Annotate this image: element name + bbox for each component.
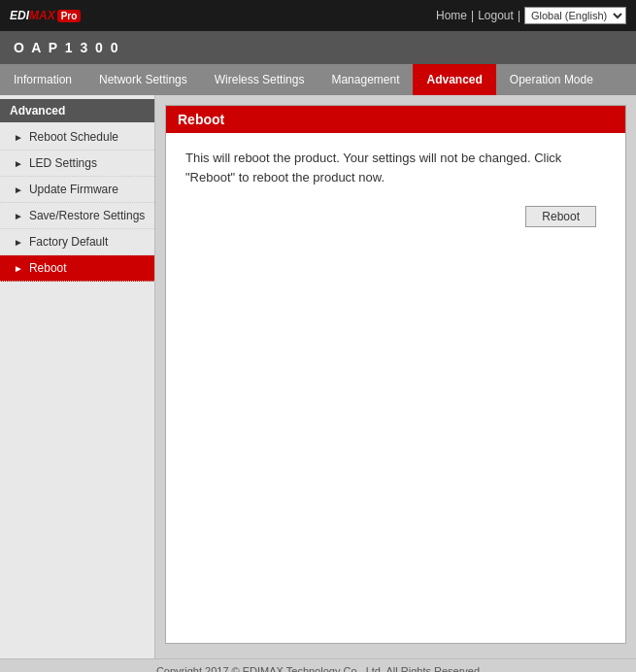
device-bar: O A P 1 3 0 0	[0, 31, 636, 64]
sidebar-item-factory-default[interactable]: ► Factory Default	[0, 229, 154, 255]
sidebar-label-led-settings: LED Settings	[29, 156, 97, 170]
content-panel: Reboot This will reboot the product. You…	[165, 105, 626, 644]
panel-body: This will reboot the product. Your setti…	[166, 133, 625, 243]
arrow-icon: ►	[14, 263, 23, 274]
reboot-message: This will reboot the product. Your setti…	[185, 149, 606, 186]
separator1: |	[471, 9, 474, 22]
nav-wireless-settings[interactable]: Wireless Settings	[201, 64, 318, 95]
content-area: Reboot This will reboot the product. You…	[155, 95, 636, 658]
sidebar-label-reboot: Reboot	[29, 261, 67, 275]
separator2: |	[518, 9, 520, 22]
top-bar: EDIMAXPro Home | Logout | Global (Englis…	[0, 0, 636, 31]
sidebar-item-reboot-schedule[interactable]: ► Reboot Schedule	[0, 124, 154, 151]
device-label: O A P 1 3 0 0	[14, 40, 120, 55]
sidebar-label-save-restore: Save/Restore Settings	[29, 209, 145, 222]
arrow-icon: ►	[14, 211, 23, 221]
arrow-icon: ►	[14, 132, 23, 143]
nav-information[interactable]: Information	[0, 64, 85, 95]
logo-edi: EDI	[10, 9, 29, 22]
nav-bar: Information Network Settings Wireless Se…	[0, 64, 636, 95]
sidebar-item-led-settings[interactable]: ► LED Settings	[0, 151, 154, 177]
arrow-icon: ►	[14, 185, 23, 195]
nav-management[interactable]: Management	[318, 64, 413, 95]
logo-pro: Pro	[57, 10, 82, 22]
arrow-icon: ►	[14, 158, 23, 169]
arrow-icon: ►	[14, 237, 23, 248]
sidebar-label-factory-default: Factory Default	[29, 235, 108, 249]
panel-header: Reboot	[166, 106, 625, 133]
sidebar: Advanced ► Reboot Schedule ► LED Setting…	[0, 95, 155, 658]
sidebar-item-reboot[interactable]: ► Reboot	[0, 255, 154, 282]
sidebar-label-reboot-schedule: Reboot Schedule	[29, 130, 118, 144]
sidebar-label-update-firmware: Update Firmware	[29, 183, 118, 196]
logout-link[interactable]: Logout	[478, 9, 514, 22]
sidebar-section-title: Advanced	[0, 99, 154, 122]
sidebar-item-update-firmware[interactable]: ► Update Firmware	[0, 177, 154, 203]
home-link[interactable]: Home	[436, 9, 467, 22]
top-links: Home | Logout | Global (English)	[436, 7, 626, 24]
reboot-button[interactable]: Reboot	[525, 206, 596, 227]
sidebar-item-save-restore[interactable]: ► Save/Restore Settings	[0, 203, 154, 229]
language-select[interactable]: Global (English)	[524, 7, 626, 24]
main-layout: Advanced ► Reboot Schedule ► LED Setting…	[0, 95, 636, 658]
nav-operation-mode[interactable]: Operation Mode	[496, 64, 607, 95]
reboot-button-row: Reboot	[185, 206, 606, 227]
logo: EDIMAXPro	[10, 9, 81, 22]
nav-network-settings[interactable]: Network Settings	[85, 64, 201, 95]
footer: Copyright 2017 © EDIMAX Technology Co., …	[0, 658, 636, 672]
nav-advanced[interactable]: Advanced	[413, 64, 495, 95]
logo-max: MAX	[29, 9, 55, 22]
logo-area: EDIMAXPro	[10, 9, 81, 22]
footer-text: Copyright 2017 © EDIMAX Technology Co., …	[156, 665, 480, 672]
